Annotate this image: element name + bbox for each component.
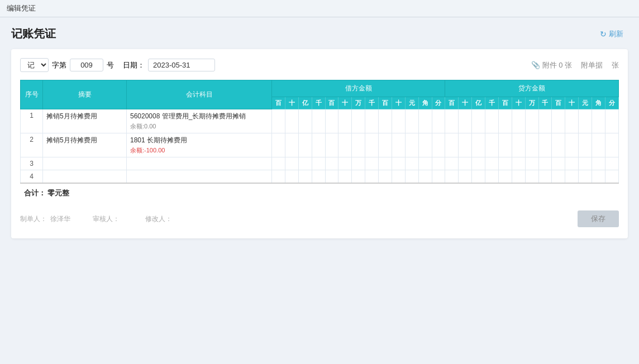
- debit-cell-5[interactable]: [325, 170, 338, 184]
- credit-cell-12[interactable]: [592, 109, 605, 133]
- debit-cell-11[interactable]: [405, 170, 418, 184]
- debit-cell-11[interactable]: [405, 109, 418, 133]
- credit-cell-9[interactable]: [552, 109, 565, 133]
- debit-cell-2[interactable]: [285, 109, 298, 133]
- row-summary[interactable]: [43, 170, 127, 184]
- credit-cell-10[interactable]: [565, 170, 579, 184]
- debit-cell-2[interactable]: [285, 133, 298, 157]
- debit-cell-3[interactable]: [298, 170, 312, 184]
- debit-cell-8[interactable]: [365, 170, 379, 184]
- credit-cell-11[interactable]: [579, 109, 592, 133]
- debit-cell-6[interactable]: [338, 133, 352, 157]
- credit-cell-8[interactable]: [538, 133, 552, 157]
- credit-cell-12[interactable]: [592, 157, 605, 170]
- row-summary[interactable]: 摊销5月待摊费用: [43, 109, 127, 133]
- debit-cell-7[interactable]: [352, 109, 365, 133]
- credit-cell-10[interactable]: [565, 157, 579, 170]
- credit-cell-2[interactable]: [459, 133, 472, 157]
- credit-cell-4[interactable]: [485, 170, 499, 184]
- debit-cell-10[interactable]: [392, 133, 405, 157]
- debit-cell-8[interactable]: [365, 157, 379, 170]
- debit-cell-9[interactable]: [379, 170, 392, 184]
- credit-cell-3[interactable]: [472, 170, 485, 184]
- debit-cell-7[interactable]: [352, 170, 365, 184]
- credit-cell-6[interactable]: [512, 109, 525, 133]
- debit-cell-7[interactable]: [352, 157, 365, 170]
- debit-cell-4[interactable]: [312, 170, 325, 184]
- credit-cell-13[interactable]: [605, 157, 618, 170]
- debit-cell-10[interactable]: [392, 170, 405, 184]
- debit-cell-8[interactable]: [365, 133, 379, 157]
- debit-cell-6[interactable]: [338, 170, 352, 184]
- credit-cell-1[interactable]: [445, 109, 459, 133]
- credit-cell-2[interactable]: [459, 109, 472, 133]
- credit-cell-5[interactable]: [498, 157, 512, 170]
- debit-cell-12[interactable]: [418, 133, 432, 157]
- debit-cell-12[interactable]: [418, 157, 432, 170]
- debit-cell-10[interactable]: [392, 157, 405, 170]
- row-summary[interactable]: [43, 157, 127, 170]
- credit-cell-11[interactable]: [579, 133, 592, 157]
- debit-cell-2[interactable]: [285, 157, 298, 170]
- debit-cell-1[interactable]: [272, 109, 285, 133]
- debit-cell-6[interactable]: [338, 157, 352, 170]
- attachment-link[interactable]: 📎 附件 0 张: [531, 60, 572, 70]
- debit-cell-1[interactable]: [272, 133, 285, 157]
- credit-cell-13[interactable]: [605, 133, 618, 157]
- debit-cell-9[interactable]: [379, 133, 392, 157]
- credit-cell-11[interactable]: [579, 170, 592, 184]
- debit-cell-9[interactable]: [379, 109, 392, 133]
- credit-cell-2[interactable]: [459, 170, 472, 184]
- debit-cell-11[interactable]: [405, 157, 418, 170]
- debit-cell-13[interactable]: [432, 109, 445, 133]
- credit-cell-7[interactable]: [525, 157, 538, 170]
- credit-cell-8[interactable]: [538, 157, 552, 170]
- credit-cell-8[interactable]: [538, 109, 552, 133]
- debit-cell-6[interactable]: [338, 109, 352, 133]
- credit-cell-6[interactable]: [512, 133, 525, 157]
- debit-cell-4[interactable]: [312, 157, 325, 170]
- credit-cell-1[interactable]: [445, 157, 459, 170]
- debit-cell-11[interactable]: [405, 133, 418, 157]
- credit-cell-9[interactable]: [552, 133, 565, 157]
- credit-cell-6[interactable]: [512, 170, 525, 184]
- debit-cell-5[interactable]: [325, 109, 338, 133]
- credit-cell-9[interactable]: [552, 170, 565, 184]
- credit-cell-7[interactable]: [525, 133, 538, 157]
- credit-cell-7[interactable]: [525, 109, 538, 133]
- credit-cell-6[interactable]: [512, 157, 525, 170]
- credit-cell-4[interactable]: [485, 157, 499, 170]
- debit-cell-3[interactable]: [298, 109, 312, 133]
- debit-cell-13[interactable]: [432, 157, 445, 170]
- row-account[interactable]: [127, 157, 272, 170]
- credit-cell-5[interactable]: [498, 170, 512, 184]
- credit-cell-9[interactable]: [552, 157, 565, 170]
- row-account[interactable]: 56020008 管理费用_长期待摊费用摊销余额:0.00: [127, 109, 272, 133]
- row-account[interactable]: [127, 170, 272, 184]
- credit-cell-10[interactable]: [565, 109, 579, 133]
- debit-cell-8[interactable]: [365, 109, 379, 133]
- credit-cell-11[interactable]: [579, 157, 592, 170]
- credit-cell-12[interactable]: [592, 133, 605, 157]
- credit-cell-10[interactable]: [565, 133, 579, 157]
- credit-cell-5[interactable]: [498, 109, 512, 133]
- refresh-button[interactable]: ↻ 刷新: [595, 27, 628, 41]
- credit-cell-4[interactable]: [485, 133, 499, 157]
- row-summary[interactable]: 摊销5月待摊费用: [43, 133, 127, 157]
- credit-cell-1[interactable]: [445, 170, 459, 184]
- debit-cell-5[interactable]: [325, 157, 338, 170]
- debit-cell-2[interactable]: [285, 170, 298, 184]
- debit-cell-1[interactable]: [272, 170, 285, 184]
- debit-cell-3[interactable]: [298, 133, 312, 157]
- credit-cell-4[interactable]: [485, 109, 499, 133]
- credit-cell-12[interactable]: [592, 170, 605, 184]
- debit-cell-10[interactable]: [392, 109, 405, 133]
- debit-cell-13[interactable]: [432, 133, 445, 157]
- debit-cell-9[interactable]: [379, 157, 392, 170]
- debit-cell-12[interactable]: [418, 170, 432, 184]
- credit-cell-3[interactable]: [472, 157, 485, 170]
- debit-cell-4[interactable]: [312, 109, 325, 133]
- credit-cell-3[interactable]: [472, 109, 485, 133]
- debit-cell-4[interactable]: [312, 133, 325, 157]
- date-input[interactable]: [148, 59, 215, 71]
